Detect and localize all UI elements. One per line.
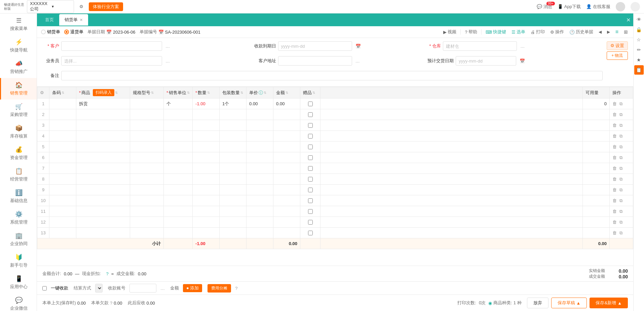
expected-date-input[interactable] [456,56,516,66]
sidebar-item-base-info[interactable]: ℹ️ 基础信息 [0,186,37,207]
warehouse-dots-icon[interactable]: … [520,44,525,49]
tab-bar-close-icon[interactable]: ✕ [626,17,631,23]
copy-icon[interactable]: ⧉ [619,187,622,192]
copy-icon[interactable]: ⧉ [619,198,622,203]
sidebar-item-enterprise[interactable]: 🏢 企业协同 [0,229,37,250]
cell-barcode[interactable] [49,120,76,131]
salesperson-input[interactable] [61,56,162,66]
gift-checkbox[interactable] [308,145,313,149]
cell-barcode[interactable] [49,99,76,109]
address-dots-icon[interactable]: … [355,59,360,64]
copy-icon[interactable]: ⧉ [619,209,622,214]
customer-input[interactable] [61,41,162,51]
copy-icon[interactable]: ⧉ [619,133,622,139]
price-info-icon[interactable]: ⓘ [259,90,263,96]
rp-star-btn[interactable]: ★ [634,55,644,65]
warehouse-input[interactable] [443,41,517,51]
delete-icon[interactable]: 🗑 [612,187,617,192]
rp-lock-btn[interactable]: 🔒 [634,25,644,34]
sidebar-item-search[interactable]: ☰ 搜索菜单 [0,13,37,35]
sidebar-item-system[interactable]: ⚙️ 系统管理 [0,207,37,229]
help-btn[interactable]: ? 帮助 [463,28,478,36]
sidebar-item-guide[interactable]: 🔰 新手引导 [0,250,37,272]
account-dots-icon[interactable]: … [160,286,165,291]
delete-icon[interactable]: 🗑 [612,230,617,235]
table-gear-icon[interactable]: ⚙ [40,90,44,95]
copy-icon[interactable]: ⧉ [619,101,622,106]
gift-checkbox[interactable] [308,188,313,192]
sidebar-item-marketing[interactable]: 📣 营销推广 [0,56,37,78]
cell-barcode[interactable] [49,228,76,238]
scan-button[interactable]: 扫码录入 [93,89,114,96]
sidebar-item-inventory[interactable]: 📦 库存核算 [0,121,37,143]
rp-orange-btn[interactable]: 📋 [634,65,644,75]
collection-date-calendar-icon[interactable]: 📅 [355,44,361,49]
sidebar-item-wechat[interactable]: 💬 企业微信 [0,293,37,311]
salesperson-dots-icon[interactable]: … [165,59,170,64]
calc-method-select[interactable] [95,284,103,293]
grid-view-btn[interactable]: ⊞ [622,29,629,35]
gift-checkbox[interactable] [308,231,313,235]
delete-icon[interactable]: 🗑 [612,144,617,149]
gift-checkbox[interactable] [308,102,313,106]
delete-icon[interactable]: 🗑 [612,133,617,139]
collection-date-input[interactable] [278,41,352,51]
history-btn[interactable]: 🕐 历史单据 [568,28,595,36]
select-btn[interactable]: ☰ 选单 [510,28,527,36]
radio-sales[interactable]: 销货单 [41,29,60,35]
copy-icon[interactable]: ⧉ [619,230,622,235]
discard-button[interactable]: 放弃 [527,298,548,308]
cell-barcode[interactable] [49,185,76,195]
cell-barcode[interactable] [49,195,76,206]
delete-icon[interactable]: 🗑 [612,209,617,214]
discount-question-icon[interactable]: ? [106,271,109,276]
copy-icon[interactable]: ⧉ [619,177,622,182]
cell-barcode[interactable] [49,152,76,163]
list-view-btn[interactable]: ≡ [614,28,620,36]
video-btn[interactable]: ▶ 视频 [442,28,458,36]
doc-settings-button[interactable]: ⚙ 设置 [607,41,628,50]
sidebar-item-business[interactable]: 📋 经营管理 [0,164,37,186]
copy-icon[interactable]: ⧉ [619,123,622,128]
cell-barcode[interactable] [49,142,76,152]
delete-icon[interactable]: 🗑 [612,166,617,171]
cell-barcode[interactable] [49,174,76,185]
gift-checkbox[interactable] [308,220,313,225]
next-btn[interactable]: ▶ [606,29,611,35]
online-service-btn[interactable]: 👤 在线客服 [586,4,610,10]
cell-barcode[interactable] [49,206,76,217]
avatar[interactable] [616,2,625,11]
prev-btn[interactable]: ◀ [597,29,603,35]
delete-icon[interactable]: 🗑 [612,220,617,225]
cell-barcode[interactable] [49,109,76,120]
sidebar-item-finance[interactable]: 💰 资金管理 [0,143,37,164]
sidebar-item-purchase[interactable]: 🛒 采购管理 [0,100,37,121]
remark-input[interactable] [61,71,603,80]
copy-icon[interactable]: ⧉ [619,112,622,117]
delete-icon[interactable]: 🗑 [612,101,617,106]
fee-split-button[interactable]: 费用分摊 [207,284,231,293]
copy-icon[interactable]: ⧉ [619,144,622,149]
delete-icon[interactable]: 🗑 [612,155,617,160]
rp-eye-btn[interactable]: 👁 [634,15,644,24]
trial-button[interactable]: 体验行业方案 [89,2,123,11]
fee-question-icon[interactable]: ? [235,286,237,291]
gift-checkbox[interactable] [308,209,313,214]
sidebar-item-app-center[interactable]: 📱 应用中心 [0,272,37,293]
gift-checkbox[interactable] [308,177,313,182]
gift-checkbox[interactable] [308,198,313,203]
delete-icon[interactable]: 🗑 [612,112,617,117]
cell-barcode[interactable] [49,131,76,142]
rp-star-outline-btn[interactable]: ☆ [634,35,644,44]
delete-icon[interactable]: 🗑 [612,123,617,128]
save-draft-button[interactable]: 保存草稿 ▲ [551,298,587,308]
question-icon-debt[interactable]: ? [110,301,112,306]
one-click-payment-checkbox[interactable] [42,286,47,290]
add-payment-button[interactable]: ● 添加 [183,284,202,292]
tab-home[interactable]: 首页 [40,14,59,26]
cell-barcode[interactable] [49,163,76,174]
delete-icon[interactable]: 🗑 [612,177,617,182]
app-download-btn[interactable]: 📱 App下载 [558,4,581,10]
sidebar-item-sales[interactable]: 🏠 销售管理 [0,78,37,100]
expected-date-calendar-icon[interactable]: 📅 [520,59,525,64]
